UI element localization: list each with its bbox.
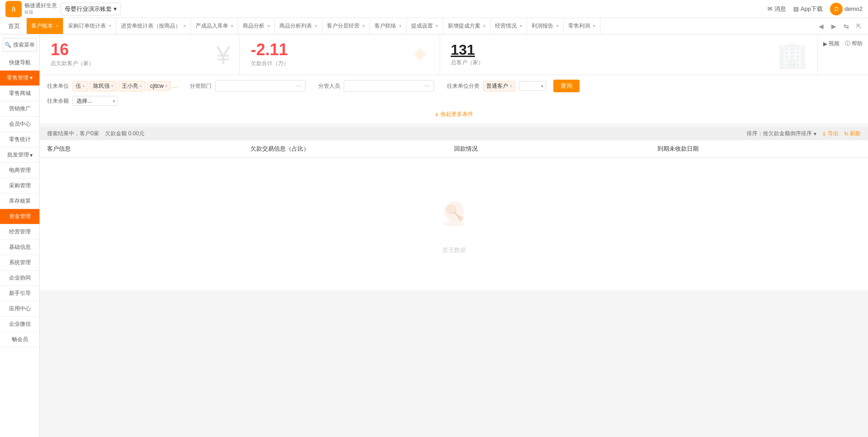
export-label: 导出: [828, 130, 839, 138]
sidebar-item-membership[interactable]: 会员中心: [0, 117, 39, 132]
person-filter-input[interactable]: [348, 83, 424, 89]
collapse-btn[interactable]: ∧ 收起更多条件: [429, 109, 479, 119]
sidebar-item-enterprise-wechat[interactable]: 企业微信: [0, 317, 39, 332]
sidebar-item-retail[interactable]: 零售管理 ▾: [0, 71, 39, 86]
tab-home[interactable]: 首页: [2, 18, 27, 34]
dept-filter-input[interactable]: [219, 83, 296, 89]
sidebar-item-marketing[interactable]: 营销推广: [0, 101, 39, 117]
sidebar-item-app-center[interactable]: 应用中心: [0, 301, 39, 317]
tab-commission-settings[interactable]: 提成设置 ×: [407, 18, 443, 34]
tab-customers[interactable]: 客户账本 ×: [27, 18, 63, 34]
tab-cost-inbound[interactable]: 产成品入库单 ×: [191, 18, 239, 34]
query-btn[interactable]: 查询: [553, 80, 580, 92]
person-filter-dots[interactable]: ···: [424, 82, 430, 90]
sidebar-item-vip[interactable]: 畅会员: [0, 332, 39, 347]
tab-goods-analysis-list[interactable]: 商品分析列表 ×: [275, 18, 322, 34]
sidebar-item-inventory[interactable]: 库存核算: [0, 194, 39, 209]
tab-goods-analysis-close[interactable]: ×: [267, 24, 270, 28]
tab-inventory-stats-close[interactable]: ×: [183, 24, 186, 28]
sidebar-item-ecommerce[interactable]: 电商管理: [0, 163, 39, 178]
stat-debtors-label: 总欠款客户（家）: [51, 60, 229, 67]
tab-operation-close[interactable]: ×: [519, 24, 522, 28]
search-menu-btn[interactable]: 🔍 搜索菜单: [3, 38, 37, 52]
debtors-bg-icon: ¥: [216, 40, 230, 69]
company-select[interactable]: 母婴行业演示账套 ▾: [61, 3, 121, 15]
tab-goods-analysis-list-close[interactable]: ×: [315, 24, 317, 28]
filter-tag-3: 王小亮 ×: [119, 81, 145, 91]
tab-customer-segment-close[interactable]: ×: [362, 24, 365, 28]
operations-label: 经营管理: [9, 228, 31, 235]
nav-expand-btn[interactable]: ↹: [841, 21, 852, 32]
tag4-close[interactable]: ×: [165, 84, 168, 89]
retail-mall-label: 零售商城: [9, 90, 31, 96]
stat-total-debtors: 16 总欠款客户（家） ¥: [40, 34, 240, 75]
filter-tag-4: cjttcw ×: [147, 81, 171, 90]
tab-inventory-stats[interactable]: 进货单统计表（按商品） ×: [116, 18, 191, 34]
tab-new-commission-plan-close[interactable]: ×: [483, 24, 486, 28]
tab-purchase-order-close[interactable]: ×: [109, 24, 111, 28]
nav-prev-btn[interactable]: ◀: [815, 21, 826, 32]
refresh-btn[interactable]: ↻ 刷新: [844, 130, 861, 138]
tab-customers-close[interactable]: ×: [56, 24, 58, 28]
tab-profit-report[interactable]: 利润报告 ×: [527, 18, 564, 34]
tab-cost-inbound-close[interactable]: ×: [231, 24, 234, 28]
category-select[interactable]: [519, 81, 546, 91]
sidebar-item-wholesale[interactable]: 批发管理 ▾: [0, 147, 39, 163]
tab-retail-profit-close[interactable]: ×: [593, 24, 595, 28]
balance-select[interactable]: 选择...: [72, 96, 118, 106]
sidebar-item-system[interactable]: 系统管理: [0, 255, 39, 271]
video-btn[interactable]: ▶ 视频: [823, 40, 839, 48]
tab-new-commission-plan[interactable]: 新增提成方案 ×: [443, 18, 491, 34]
help-btn[interactable]: ⓘ 帮助: [845, 40, 863, 48]
tab-goods-analysis[interactable]: 商品分析 ×: [238, 18, 275, 34]
tab-profit-report-close[interactable]: ×: [556, 24, 559, 28]
sidebar-item-retail-mall[interactable]: 零售商城: [0, 86, 39, 101]
filter-tag-1: 伍 ×: [72, 81, 88, 91]
debt-bg-icon: ✦: [409, 40, 431, 69]
tab-operation[interactable]: 经营情况 ×: [490, 18, 527, 34]
logo-area: à 畅捷通好生意 标版: [5, 1, 57, 17]
main-content: 16 总欠款客户（家） ¥ -2.11 欠款合计（万） ✦ 131 总客户（家）…: [40, 34, 868, 437]
table-col-due-date: 到期未收款日期: [657, 145, 861, 153]
sidebar: 🔍 搜索菜单 快捷导航 零售管理 ▾ 零售商城 营销推广 会员中心 零售统计 批…: [0, 34, 40, 437]
wholesale-arrow-icon: ▾: [30, 152, 33, 158]
app-download-btn[interactable]: ▤ App下载: [793, 5, 823, 13]
tab-customer-contact-close[interactable]: ×: [399, 24, 402, 28]
tag1-close[interactable]: ×: [82, 84, 85, 89]
stat-total-customers: 131 总客户（家） 🏢: [440, 34, 818, 75]
cat1-label: 普通客户: [486, 82, 508, 90]
tab-profit-report-label: 利润报告: [532, 22, 553, 30]
sidebar-item-quick-nav[interactable]: 快捷导航: [0, 55, 39, 71]
tab-customer-contact[interactable]: 客户联络 ×: [370, 18, 407, 34]
tab-customer-segment[interactable]: 客户分层经营 ×: [322, 18, 370, 34]
sidebar-item-basic-info[interactable]: 基础信息: [0, 240, 39, 255]
dept-filter-dots[interactable]: ···: [296, 82, 302, 90]
marketing-label: 营销推广: [9, 105, 31, 112]
export-btn[interactable]: ⇓ 导出: [822, 130, 839, 138]
tab-retail-profit[interactable]: 零售利润 ×: [564, 18, 600, 34]
empty-label: 暂无数据: [442, 246, 466, 254]
sidebar-item-purchase[interactable]: 采购管理: [0, 178, 39, 194]
sidebar-item-retail-stats[interactable]: 零售统计: [0, 132, 39, 147]
tab-customer-contact-label: 客户联络: [374, 22, 396, 30]
sidebar-item-enterprise-collab[interactable]: 企业协同: [0, 271, 39, 286]
sidebar-item-operations[interactable]: 经营管理: [0, 224, 39, 240]
search-icon: 🔍: [5, 42, 11, 48]
tab-purchase-order[interactable]: 采购订单统计表 ×: [63, 18, 116, 34]
message-btn[interactable]: ✉ 消息: [767, 5, 786, 13]
tag3-close[interactable]: ×: [139, 84, 142, 89]
sort-select-wrap: 排序：按欠款金额倒序排序 ▾: [747, 130, 816, 138]
app-label: App下载: [801, 5, 823, 13]
user-menu[interactable]: D demo2: [830, 3, 863, 15]
tag2-close[interactable]: ×: [111, 84, 114, 89]
empty-icon: [436, 194, 472, 237]
nav-fullscreen-btn[interactable]: ⇱: [854, 21, 864, 32]
sidebar-item-new-guide[interactable]: 新手引导: [0, 286, 39, 301]
nav-next-btn[interactable]: ▶: [828, 21, 839, 32]
more-tags-btn[interactable]: ...: [173, 83, 177, 89]
sidebar-item-finance[interactable]: 资金管理: [0, 209, 39, 224]
collapse-icon: ∧: [435, 111, 439, 118]
table-col-repayment: 回款情况: [454, 145, 657, 153]
tab-commission-settings-close[interactable]: ×: [436, 24, 438, 28]
cat1-close[interactable]: ×: [509, 84, 512, 89]
